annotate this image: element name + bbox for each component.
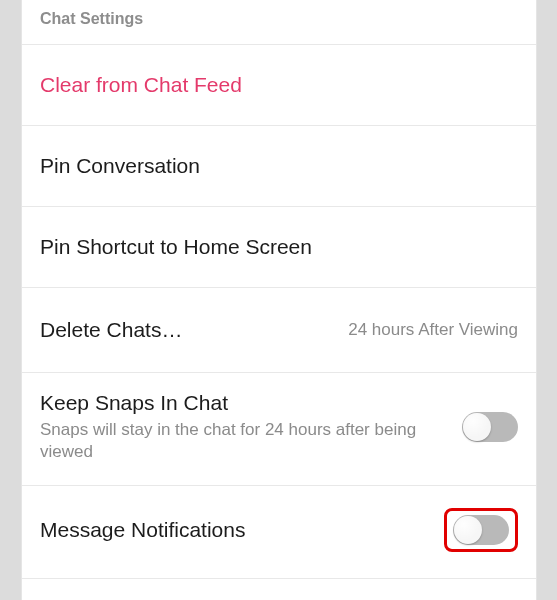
row-title: Keep Snaps In Chat <box>40 391 448 415</box>
row-left: Pin Conversation <box>40 154 518 178</box>
row-left: Keep Snaps In Chat Snaps will stay in th… <box>40 391 448 463</box>
row-left: Delete Chats… <box>40 318 334 342</box>
toggle-knob <box>454 516 482 544</box>
toggle-message-notifications[interactable] <box>453 515 509 545</box>
row-title: Pin Conversation <box>40 154 518 178</box>
row-left: Clear from Chat Feed <box>40 73 518 97</box>
row-subtitle: Snaps will stay in the chat for 24 hours… <box>40 419 448 463</box>
row-left: Pin Shortcut to Home Screen <box>40 235 518 259</box>
annotation-highlight <box>444 508 518 552</box>
row-value: 24 hours After Viewing <box>348 320 518 340</box>
row-title: Delete Chats… <box>40 318 334 342</box>
row-title: Clear from Chat Feed <box>40 73 518 97</box>
row-message-notifications: Message Notifications <box>22 485 536 579</box>
section-header-chat-settings: Chat Settings <box>22 0 536 44</box>
row-pin-conversation[interactable]: Pin Conversation <box>22 125 536 206</box>
section-header-label: Chat Settings <box>40 10 143 27</box>
row-title: Pin Shortcut to Home Screen <box>40 235 518 259</box>
settings-sheet: Chat Settings Clear from Chat Feed Pin C… <box>21 0 537 600</box>
row-pin-shortcut-home[interactable]: Pin Shortcut to Home Screen <box>22 206 536 287</box>
row-keep-snaps-in-chat: Keep Snaps In Chat Snaps will stay in th… <box>22 372 536 485</box>
row-left: Message Notifications <box>40 518 430 542</box>
row-delete-chats[interactable]: Delete Chats… 24 hours After Viewing <box>22 287 536 372</box>
toggle-keep-snaps[interactable] <box>462 412 518 442</box>
row-title: Message Notifications <box>40 518 430 542</box>
row-clear-from-chat-feed[interactable]: Clear from Chat Feed <box>22 44 536 125</box>
toggle-knob <box>463 413 491 441</box>
